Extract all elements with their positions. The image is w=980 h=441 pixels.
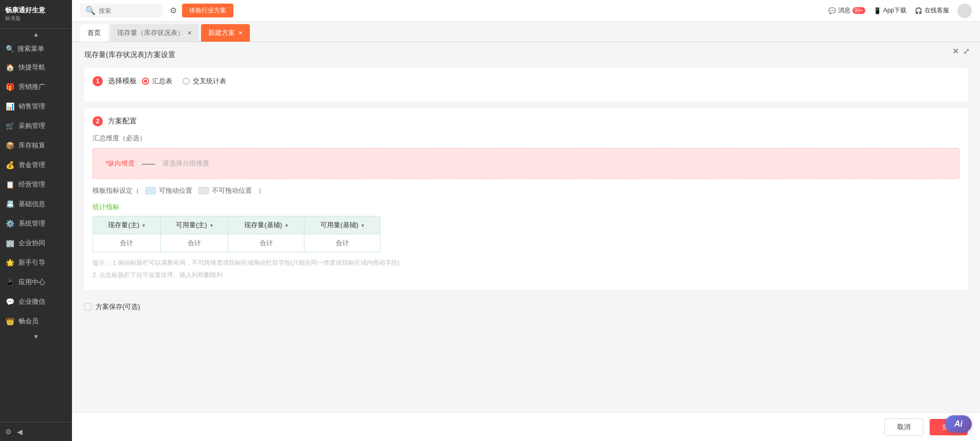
industry-btn[interactable]: 体验行业方案 (182, 4, 233, 17)
radio-cross-circle (183, 78, 190, 85)
tabbar: 首页 现存量（库存状况表） ✕ 新建方案 ✕ (72, 22, 980, 42)
gear-icon[interactable]: ⚙ (170, 6, 177, 15)
cell-0-3: 合计 (304, 234, 380, 252)
search-input[interactable] (99, 7, 160, 14)
sidebar-item-label: 库存核算 (19, 141, 45, 150)
wechat-icon: 💬 (5, 297, 14, 306)
table-header-row: 现存量(主) ▾ 可用量(主) ▾ 现存量(基辅 (93, 216, 380, 234)
settings-icon[interactable]: ⚙ (5, 428, 12, 436)
member-icon: 👑 (5, 317, 14, 326)
radio-summary[interactable]: 汇总表 (142, 77, 172, 86)
sidebar-item-marketing[interactable]: 🎁 营销推广 (0, 77, 72, 97)
main-area: 🔍 ⚙ 体验行业方案 💬 消息 99+ 📱 App下载 🎧 在线客服 首页 (72, 0, 980, 441)
fixed-label: 不可拖动位置 (212, 186, 252, 195)
purchase-icon: 🛒 (5, 121, 14, 131)
table-row: 合计 合计 合计 合计 (93, 234, 380, 252)
sidebar-item-sales[interactable]: 📊 销售管理 (0, 97, 72, 116)
ai-badge[interactable]: Ai (945, 415, 972, 433)
message-icon: 💬 (828, 7, 836, 14)
sidebar-item-business[interactable]: 📋 经营管理 (0, 175, 72, 194)
page-title: 现存量(库存状况表)方案设置 (84, 50, 968, 60)
topbar-search[interactable]: 🔍 (80, 4, 162, 17)
tab-inventory-close[interactable]: ✕ (187, 30, 192, 36)
sidebar-item-label: 搜索菜单 (17, 44, 44, 53)
indicator-label-prefix: 模板指标设定（ (93, 186, 139, 195)
sidebar-bottom: ⚙ ◀ (0, 422, 72, 441)
sidebar-item-quick-nav[interactable]: 🏠 快捷导航 (0, 58, 72, 77)
sidebar-scroll-up[interactable]: ▲ (0, 29, 72, 40)
finance-icon: 💰 (5, 160, 14, 170)
topbar: 🔍 ⚙ 体验行业方案 💬 消息 99+ 📱 App下载 🎧 在线客服 (72, 0, 980, 22)
sidebar-item-label: 新手引导 (19, 258, 45, 267)
avatar[interactable] (957, 4, 972, 18)
marketing-icon: 🎁 (5, 82, 14, 91)
stats-label: 统计指标 (93, 203, 959, 212)
sidebar-item-purchase[interactable]: 🛒 采购管理 (0, 116, 72, 136)
tab-new-plan-label: 新建方案 (208, 28, 235, 38)
sidebar-item-search-menu[interactable]: 🔍 搜索菜单 (0, 40, 72, 58)
sidebar-item-finance[interactable]: 💰 资金管理 (0, 155, 72, 175)
sidebar-item-member[interactable]: 👑 畅会员 (0, 311, 72, 331)
th-current-aux[interactable]: 现存量(基辅) ▾ (228, 216, 304, 234)
save-label: 方案保存(可选) (96, 302, 140, 311)
sidebar-item-label: 采购管理 (19, 121, 45, 131)
chevron-down-icon-3[interactable]: ▾ (361, 223, 364, 228)
draggable-indicator: 可拖动位置 (146, 186, 192, 195)
template-radio-group: 汇总表 交叉统计表 (142, 77, 226, 86)
tip-1: 提示： 1.拖动标题栏可以调整布局，不可跨维度或指标区域拖动栏目字段(只能在同一… (93, 258, 959, 269)
th-available-aux-label: 可用量(基辅) (320, 220, 358, 230)
system-icon: ⚙️ (5, 219, 14, 228)
tab-inventory-label: 现存量（库存状况表） (117, 28, 184, 38)
sidebar-item-label: 营销推广 (19, 82, 45, 91)
vertical-dim-area[interactable]: *纵向维度 —— 请选择分组维度 (93, 148, 959, 179)
sidebar-item-wechat[interactable]: 💬 企业微信 (0, 292, 72, 311)
tab-home[interactable]: 首页 (80, 24, 108, 42)
save-checkbox[interactable] (84, 303, 92, 310)
sidebar-item-label: 企业协同 (19, 238, 45, 248)
sidebar-scroll-down[interactable]: ▼ (0, 331, 72, 342)
th-available-aux[interactable]: 可用量(基辅) ▾ (304, 216, 380, 234)
sidebar-item-newcomer[interactable]: 🌟 新手引导 (0, 253, 72, 272)
message-item[interactable]: 💬 消息 99+ (828, 6, 865, 15)
sales-icon: 📊 (5, 102, 14, 111)
window-close-icon[interactable]: ✕ (952, 46, 959, 56)
radio-cross-label: 交叉统计表 (193, 77, 226, 86)
tab-home-label: 首页 (87, 28, 101, 38)
chevron-down-icon-2[interactable]: ▾ (285, 223, 288, 228)
section-choose-template: 1 选择模板 汇总表 交叉统计表 (84, 68, 968, 102)
th-current-main[interactable]: 现存量(主) ▾ (93, 216, 161, 234)
app-download-item[interactable]: 📱 App下载 (874, 6, 906, 15)
tips-area: 提示： 1.拖动标题栏可以调整布局，不可跨维度或指标区域拖动栏目字段(只能在同一… (93, 258, 959, 281)
tab-new-plan[interactable]: 新建方案 ✕ (201, 24, 250, 42)
sidebar-item-inventory[interactable]: 📦 库存核算 (0, 136, 72, 155)
cancel-button[interactable]: 取消 (884, 418, 923, 436)
online-service-item[interactable]: 🎧 在线客服 (915, 6, 949, 15)
chevron-down-icon-1[interactable]: ▾ (210, 223, 213, 228)
th-available-main[interactable]: 可用量(主) ▾ (160, 216, 228, 234)
sidebar-item-appstore[interactable]: 📱 应用中心 (0, 272, 72, 292)
save-row: 方案保存(可选) (84, 296, 968, 318)
cell-0-1: 合计 (160, 234, 228, 252)
chevron-down-icon-0[interactable]: ▾ (142, 223, 145, 228)
sidebar-item-system[interactable]: ⚙️ 系统管理 (0, 214, 72, 233)
radio-cross[interactable]: 交叉统计表 (183, 77, 226, 86)
sidebar-logo: 畅康通好生意 标准版 (0, 0, 72, 29)
basic-icon: 📇 (5, 199, 14, 209)
asterisk: *纵向维度 (105, 159, 135, 167)
sidebar-item-label: 企业微信 (19, 297, 45, 306)
sidebar-item-company[interactable]: 🏢 企业协同 (0, 233, 72, 253)
fixed-box (198, 187, 209, 194)
tab-inventory[interactable]: 现存量（库存状况表） ✕ (110, 24, 199, 42)
app-title: 畅康通好生意 (5, 6, 67, 15)
cell-0-2: 合计 (228, 234, 304, 252)
section1-title: 选择模板 (108, 77, 137, 86)
online-service-label: 在线客服 (924, 6, 949, 15)
window-expand-icon[interactable]: ⤢ (963, 46, 970, 56)
tab-new-plan-close[interactable]: ✕ (238, 30, 243, 36)
sidebar-item-basic[interactable]: 📇 基础信息 (0, 194, 72, 214)
message-badge: 99+ (852, 7, 865, 14)
collapse-icon[interactable]: ◀ (17, 428, 23, 436)
sidebar-item-label: 销售管理 (19, 102, 45, 111)
footer-bar: 取消 查询 (72, 412, 980, 441)
fixed-indicator: 不可拖动位置 (198, 186, 252, 195)
